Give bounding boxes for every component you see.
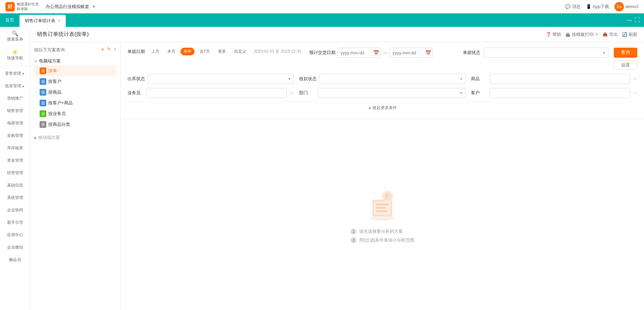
date-btn-more[interactable]: 更多	[215, 48, 229, 55]
print-dropdown-icon[interactable]: ▼	[595, 33, 598, 36]
order-status-label: 单据状态	[463, 50, 482, 56]
app-download-btn[interactable]: 📱 App下载	[586, 4, 609, 10]
goods-input[interactable]	[490, 74, 630, 84]
topbar: 好 畅捷通好生意 标准版 办公用品行业模拟账套 ▼ 💬 消息 📱 App下载 E…	[0, 0, 644, 13]
split-layout: 按以下方案查询 + ✎ « ▼ 电脑端方案 按 按单	[30, 42, 644, 310]
refresh-btn[interactable]: 🔄 刷新	[622, 32, 637, 38]
salesperson-input[interactable]	[146, 88, 287, 98]
sidebar-item-retail[interactable]: 零售管理 ▼	[0, 67, 30, 80]
sidebar-item-enterprise[interactable]: 企业协同	[0, 204, 30, 216]
help-btn[interactable]: ❓ 帮助	[546, 32, 561, 38]
date-separator: —	[383, 50, 387, 55]
sidebar-item-quick-nav[interactable]: ⚡ 快捷导航	[0, 46, 30, 64]
payment-select-wrap: ▼	[319, 74, 466, 84]
expected-date-label: 预计交货日期	[309, 50, 335, 56]
scheme-group-arrow-icon: ▼	[34, 59, 38, 63]
customer-label: 客户	[471, 90, 487, 96]
date-btn-this-month[interactable]: 本月	[164, 48, 178, 55]
empty-tip-1: 1 请先选择要分析的方案	[351, 228, 414, 235]
order-status-select[interactable]	[484, 48, 608, 58]
message-btn[interactable]: 💬 消息	[565, 4, 581, 10]
download-icon: 📱	[586, 4, 591, 9]
tab-close-icon[interactable]: ×	[58, 18, 60, 23]
sidebar-item-business[interactable]: 经营管理	[0, 167, 30, 179]
sidebar-item-wholesale[interactable]: 批发管理 ▲	[0, 80, 30, 92]
sidebar-item-system[interactable]: 系统管理	[0, 192, 30, 204]
export-btn[interactable]: 📤 导出	[602, 32, 618, 38]
content-area: 销售订单统计表(按单) ❓ 帮助 🖨️ 按模板打印 ▼ 📤 导出 🔄 刷新	[30, 27, 644, 310]
settings-button[interactable]: 设置	[614, 60, 637, 70]
maximize-icon[interactable]: ⛶	[635, 17, 640, 23]
scheme-item-by-customer[interactable]: 按 按客户	[34, 76, 116, 87]
add-scheme-icon[interactable]: +	[101, 46, 105, 53]
sidebar-item-enterprise-wechat[interactable]: 企业微信	[0, 241, 30, 254]
filter-area: 单据日期 上月 本月 本年 近7天 更多 自定义 2023-01-01 至 20…	[121, 42, 644, 119]
collapse-filter-btn[interactable]: ∧ 收起更多条件	[127, 102, 637, 113]
query-button[interactable]: 查询	[614, 48, 637, 58]
sidebar-item-finance[interactable]: 资金管理	[0, 154, 30, 167]
department-label: 部门	[299, 90, 315, 96]
main-layout: 🔍 搜索菜单 ⚡ 快捷导航 零售管理 ▼ 批发管理 ▲ 营销推广 销售管理 电商…	[0, 27, 644, 310]
customer-input[interactable]	[490, 88, 630, 98]
shipment-status-select[interactable]	[148, 74, 294, 84]
tab-active[interactable]: 销售订单统计表 ×	[19, 15, 66, 27]
date-btn-this-year[interactable]: 本年	[180, 48, 195, 55]
sidebar-item-ecommerce[interactable]: 电商管理	[0, 117, 30, 130]
tabbar-controls: — ⛶	[627, 17, 644, 23]
minimize-icon[interactable]: —	[627, 17, 632, 23]
scheme-group-title-pc[interactable]: ▼ 电脑端方案	[34, 57, 116, 65]
sidebar-item-basic-info[interactable]: 基础信息	[0, 179, 30, 192]
sidebar-item-member[interactable]: 畅会员	[0, 254, 30, 266]
sidebar-item-marketing[interactable]: 营销推广	[0, 92, 30, 105]
date-range-text: 2023-01-01 至 2023-12-31	[254, 49, 301, 54]
scheme-item-by-customer-goods[interactable]: 按 按客户+商品	[34, 98, 116, 108]
logo-icon: 好	[5, 2, 15, 11]
date-btn-custom[interactable]: 自定义	[231, 48, 249, 55]
left-panel-icons: + ✎ «	[101, 46, 116, 53]
sidebar-item-new-guide[interactable]: 新手引导	[0, 216, 30, 229]
filter-row-3: 业务员 ··· 部门 ▼	[127, 88, 637, 98]
salesperson-more-icon[interactable]: ···	[289, 90, 294, 96]
date-btn-last-month[interactable]: 上月	[148, 48, 162, 55]
scheme-icon-by-customer: 按	[40, 78, 46, 85]
topbar-dropdown-icon[interactable]: ▼	[92, 4, 96, 9]
customer-more-icon[interactable]: ···	[633, 90, 637, 96]
department-select[interactable]	[318, 88, 466, 98]
refresh-icon: 🔄	[622, 32, 627, 37]
svg-rect-4	[376, 207, 386, 209]
scheme-item-by-goods-category[interactable]: 按 按商品分类	[34, 119, 116, 130]
print-icon: 🖨️	[565, 32, 571, 37]
app-title: 办公用品行业模拟账套	[46, 4, 89, 10]
scheme-icon-by-order: 按	[40, 67, 46, 74]
scheme-item-by-salesperson[interactable]: 按 按业务员	[34, 108, 116, 119]
collapse-panel-icon[interactable]: «	[114, 46, 116, 53]
sidebar-item-app-center[interactable]: 应用中心	[0, 229, 30, 241]
tip-num-1: 1	[351, 228, 357, 235]
goods-more-icon[interactable]: ···	[633, 76, 637, 82]
filter-row-2: 出库状态 ▼ 收款状态	[127, 74, 637, 84]
scheme-icon-by-customer-goods: 按	[40, 100, 46, 106]
avatar: Ea	[614, 2, 624, 11]
tip-num-2: 2	[351, 237, 357, 243]
customer-col: 客户 ···	[471, 88, 637, 98]
mobile-group-title[interactable]: ▶ 移动端方案	[34, 133, 116, 142]
date-btn-last7days[interactable]: 近7天	[197, 48, 213, 55]
sidebar-item-inventory[interactable]: 库存核算	[0, 142, 30, 154]
tab-home[interactable]: 首页	[0, 13, 19, 27]
topbar-right: 💬 消息 📱 App下载 Ea demo2	[565, 2, 639, 11]
export-icon: 📤	[602, 32, 608, 37]
payment-status-select[interactable]	[319, 74, 466, 84]
sidebar-item-purchase[interactable]: 采购管理	[0, 130, 30, 142]
user-avatar-area[interactable]: Ea demo2	[614, 2, 639, 11]
scheme-item-by-goods[interactable]: 按 按商品	[34, 87, 116, 98]
expected-date-end-wrap: 📅	[389, 48, 433, 58]
payment-status-col: 收款状态 ▼	[299, 74, 466, 84]
sidebar-item-search-menu[interactable]: 🔍 搜索菜单	[0, 27, 30, 46]
edit-scheme-icon[interactable]: ✎	[107, 46, 111, 53]
shipment-select-wrap: ▼	[148, 74, 294, 84]
scheme-item-by-order[interactable]: 按 按单	[34, 65, 116, 76]
scheme-icon-by-salesperson: 按	[40, 110, 46, 117]
print-btn[interactable]: 🖨️ 按模板打印 ▼	[565, 32, 598, 38]
quick-nav-icon: ⚡	[0, 49, 30, 55]
sidebar-item-sales[interactable]: 销售管理	[0, 105, 30, 117]
